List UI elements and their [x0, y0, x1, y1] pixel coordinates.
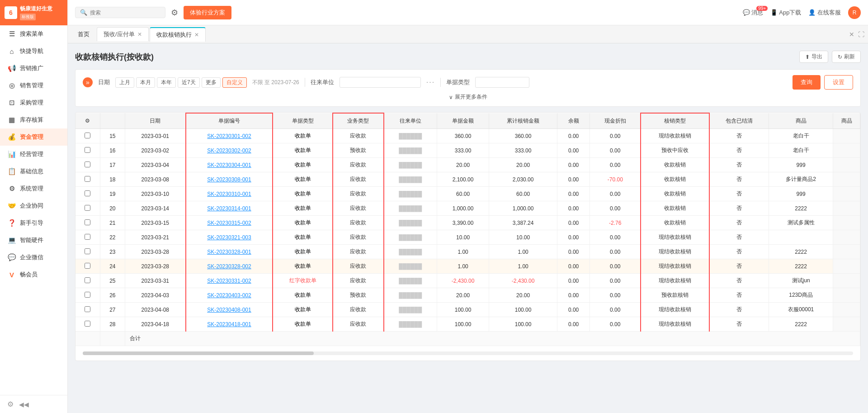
sidebar-item-marketing[interactable]: 📢 营销推广 [0, 60, 67, 77]
voucher-link[interactable]: SK-20230328-001 [207, 249, 251, 255]
expand-more-btn[interactable]: ∨ 展开更多条件 [83, 93, 853, 101]
sidebar-item-wechat[interactable]: 💬 企业微信 [0, 249, 67, 266]
refresh-button[interactable]: ↻ 刷新 [832, 51, 861, 63]
td-checkbox[interactable] [75, 143, 100, 158]
td-checkbox[interactable] [75, 245, 100, 259]
tab-prepay[interactable]: 预收/应付单 ✕ [97, 27, 149, 41]
tab-close-all-icon[interactable]: ✕ [849, 31, 854, 38]
td-voucher-no[interactable]: SK-20230302-002 [186, 143, 273, 158]
search-input[interactable] [90, 9, 160, 16]
gear-icon[interactable]: ⚙ [171, 8, 178, 18]
settings-icon[interactable]: ⚙ [7, 400, 14, 408]
sidebar-item-purchase[interactable]: ⊡ 采购管理 [0, 94, 67, 111]
filter-dots-1[interactable]: ··· [426, 78, 435, 86]
sidebar-item-inventory[interactable]: ▦ 库存核算 [0, 111, 67, 128]
th-amount[interactable]: 单据金额 [437, 113, 489, 129]
td-checkbox[interactable] [75, 129, 100, 143]
this-year-btn[interactable]: 本年 [157, 77, 176, 88]
tab-receipt-cancel[interactable]: 收款核销执行 ✕ [150, 27, 206, 42]
td-checkbox[interactable] [75, 187, 100, 201]
voucher-link[interactable]: SK-20230301-002 [207, 133, 251, 139]
horizontal-scrollbar[interactable] [83, 351, 853, 355]
td-checkbox[interactable] [75, 317, 100, 332]
voucher-link[interactable]: SK-20230304-001 [207, 162, 251, 168]
td-voucher-no[interactable]: SK-20230304-001 [186, 158, 273, 172]
th-biz-type[interactable]: 业务类型 [333, 113, 384, 129]
solution-button[interactable]: 体验行业方案 [184, 6, 231, 19]
tab-expand-icon[interactable]: ⛶ [858, 31, 864, 38]
td-checkbox[interactable] [75, 288, 100, 303]
last-7-days-btn[interactable]: 近7天 [178, 77, 200, 88]
td-voucher-no[interactable]: SK-20230308-001 [186, 172, 273, 187]
sidebar-item-search[interactable]: ☰ 搜索菜单 [0, 25, 67, 43]
th-product1[interactable]: 商品 [769, 113, 833, 129]
th-partner[interactable]: 往来单位 [384, 113, 437, 129]
td-voucher-no[interactable]: SK-20230408-001 [186, 303, 273, 317]
partner-input[interactable] [340, 77, 421, 88]
tab-prepay-close[interactable]: ✕ [137, 31, 142, 38]
voucher-type-select[interactable] [475, 77, 529, 88]
voucher-link[interactable]: SK-20230315-002 [207, 220, 251, 226]
voucher-link[interactable]: SK-20230314-001 [207, 205, 251, 212]
voucher-link[interactable]: SK-20230302-002 [207, 147, 251, 154]
filter-expand-button[interactable]: » [83, 77, 93, 87]
sidebar-item-operations[interactable]: 📊 经营管理 [0, 146, 67, 163]
td-voucher-no[interactable]: SK-20230301-002 [186, 129, 273, 143]
th-balance[interactable]: 余额 [557, 113, 590, 129]
td-voucher-no[interactable]: SK-20230418-001 [186, 317, 273, 332]
online-service-btn[interactable]: 👤 在线客服 [808, 9, 841, 17]
scrollbar-thumb[interactable] [83, 351, 314, 355]
td-voucher-no[interactable]: SK-20230314-001 [186, 201, 273, 216]
this-month-btn[interactable]: 本月 [136, 77, 155, 88]
sidebar-item-hardware[interactable]: 💻 智能硬件 [0, 232, 67, 249]
collapse-icon[interactable]: ◀◀ [19, 401, 29, 408]
th-cancel-amount[interactable]: 累计核销金额 [489, 113, 557, 129]
sidebar-item-enterprise[interactable]: 🤝 企业协同 [0, 197, 67, 214]
app-download-btn[interactable]: 📱 App下载 [770, 9, 801, 17]
custom-date-btn[interactable]: 自定义 [222, 77, 247, 88]
topbar-search-box[interactable]: 🔍 [75, 7, 165, 18]
th-cancel-type[interactable]: 核销类型 [641, 113, 709, 129]
export-button[interactable]: ⬆ 导出 [799, 51, 828, 63]
td-voucher-no[interactable]: SK-20230403-002 [186, 288, 273, 303]
last-month-btn[interactable]: 上月 [115, 77, 134, 88]
td-voucher-no[interactable]: SK-20230331-002 [186, 274, 273, 288]
sidebar-item-quicknav[interactable]: ⌂ 快捷导航 [0, 43, 67, 60]
voucher-link[interactable]: SK-20230310-001 [207, 191, 251, 197]
th-product2[interactable]: 商品 [833, 113, 860, 129]
voucher-link[interactable]: SK-20230328-002 [207, 263, 251, 270]
td-checkbox[interactable] [75, 230, 100, 245]
more-dates-btn[interactable]: 更多 [202, 77, 221, 88]
td-checkbox[interactable] [75, 303, 100, 317]
td-voucher-no[interactable]: SK-20230328-001 [186, 245, 273, 259]
th-cash-discount[interactable]: 现金折扣 [590, 113, 641, 129]
sidebar-item-basic[interactable]: 📋 基础信息 [0, 163, 67, 180]
query-button[interactable]: 查询 [793, 75, 821, 90]
voucher-link[interactable]: SK-20230418-001 [207, 321, 251, 328]
sidebar-item-finance[interactable]: 💰 资金管理 [0, 128, 67, 146]
tab-home[interactable]: 首页 [71, 28, 96, 41]
tab-receipt-close[interactable]: ✕ [194, 32, 199, 38]
user-avatar[interactable]: R [848, 6, 861, 19]
sidebar-item-system[interactable]: ⚙ 系统管理 [0, 180, 67, 197]
td-voucher-no[interactable]: SK-20230315-002 [186, 216, 273, 230]
th-date[interactable]: 日期 [125, 113, 186, 129]
td-checkbox[interactable] [75, 216, 100, 230]
setting-button[interactable]: 设置 [824, 75, 853, 90]
td-voucher-no[interactable]: SK-20230310-001 [186, 187, 273, 201]
td-checkbox[interactable] [75, 172, 100, 187]
th-voucher-no[interactable]: 单据编号 [186, 113, 273, 129]
sidebar-item-sales[interactable]: ◎ 销售管理 [0, 77, 67, 94]
th-settings[interactable]: ⚙ [75, 113, 100, 129]
td-checkbox[interactable] [75, 274, 100, 288]
td-checkbox[interactable] [75, 158, 100, 172]
voucher-link[interactable]: SK-20230308-001 [207, 176, 251, 183]
th-include-settled[interactable]: 包含已结清 [709, 113, 769, 129]
voucher-link[interactable]: SK-20230331-002 [207, 278, 251, 284]
messages-btn[interactable]: 💬 消息 99+ [743, 9, 764, 17]
td-checkbox[interactable] [75, 259, 100, 274]
voucher-link[interactable]: SK-20230408-001 [207, 307, 251, 313]
td-voucher-no[interactable]: SK-20230328-002 [186, 259, 273, 274]
sidebar-item-guide[interactable]: ❓ 新手引导 [0, 214, 67, 232]
sidebar-item-member[interactable]: V 畅会员 [0, 266, 67, 283]
